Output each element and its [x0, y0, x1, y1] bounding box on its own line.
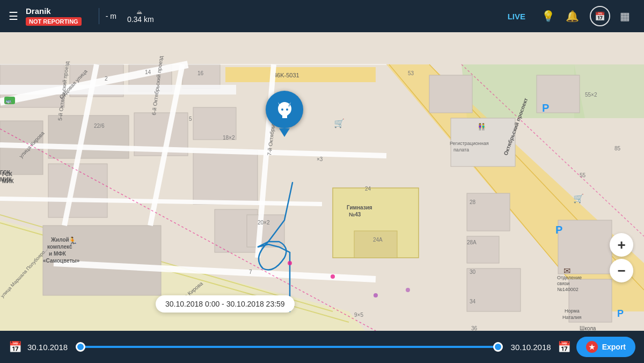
date-left-label: 30.10.2018: [27, 343, 68, 352]
svg-point-105: [406, 288, 410, 292]
svg-rect-30: [467, 268, 521, 311]
svg-text:×3: ×3: [317, 156, 323, 162]
svg-text:и МФК: и МФК: [49, 251, 67, 257]
zoom-out-button[interactable]: −: [610, 259, 633, 282]
svg-text:№43: №43: [349, 212, 361, 217]
svg-text:P: P: [555, 224, 562, 236]
svg-rect-16: [48, 115, 129, 158]
zoom-controls: + −: [610, 233, 633, 282]
svg-text:Жилой: Жилой: [50, 237, 69, 243]
zoom-in-button[interactable]: +: [610, 233, 633, 257]
date-range-text: 30.10.2018 0:00 - 30.10.2018 23:59: [165, 300, 285, 308]
svg-text:85: 85: [614, 146, 621, 151]
distance-value: 0.34 km: [127, 15, 154, 24]
header-sep1: [99, 8, 99, 24]
grid-icon[interactable]: ▦: [620, 10, 630, 23]
svg-text:Школа: Школа: [580, 325, 596, 331]
cat-marker[interactable]: [266, 91, 303, 137]
svg-text:36: 36: [471, 325, 478, 331]
svg-text:🚌: 🚌: [5, 98, 12, 104]
calendar-left-icon[interactable]: 📅: [9, 340, 22, 353]
not-reporting-badge: NOT REPORTING: [26, 17, 82, 26]
svg-text:ГСК: ГСК: [2, 171, 13, 177]
svg-rect-6: [225, 67, 376, 82]
svg-text:2: 2: [105, 76, 108, 82]
svg-text:МИК: МИК: [2, 178, 14, 184]
export-button[interactable]: ★ Export: [576, 337, 635, 357]
svg-text:Норма: Норма: [565, 308, 580, 314]
svg-text:28: 28: [470, 199, 476, 205]
svg-text:55×2: 55×2: [585, 92, 597, 98]
svg-text:комплекс: комплекс: [47, 244, 72, 250]
svg-text:Отделение: Отделение: [557, 275, 582, 280]
date-right-label: 30.10.2018: [511, 343, 551, 352]
calendar-right-icon[interactable]: 📅: [558, 340, 571, 353]
timeline-handle-right[interactable]: [493, 342, 503, 352]
svg-text:30: 30: [470, 269, 476, 275]
mountain-icon: ⛰: [136, 9, 142, 15]
header: ☰ Dranik NOT REPORTING - m ⛰ 0.34 km LIV…: [0, 0, 644, 32]
svg-text:Наталия: Наталия: [562, 315, 582, 320]
cat-pin: [279, 128, 290, 137]
map[interactable]: 46K-5031: [0, 32, 644, 331]
svg-text:Гимназия: Гимназия: [347, 205, 372, 210]
svg-text:55: 55: [580, 172, 586, 178]
svg-text:✉: ✉: [564, 266, 570, 275]
svg-text:👫: 👫: [478, 122, 486, 130]
svg-point-103: [331, 274, 335, 279]
svg-text:24A: 24A: [373, 237, 383, 243]
svg-point-104: [374, 293, 378, 297]
timeline[interactable]: [80, 346, 498, 348]
svg-text:18×2: 18×2: [223, 135, 235, 141]
svg-rect-26: [429, 75, 472, 113]
svg-text:9×5: 9×5: [354, 312, 363, 318]
svg-point-107: [286, 108, 288, 111]
svg-text:14: 14: [145, 69, 151, 75]
svg-text:20×2: 20×2: [258, 220, 270, 226]
svg-text:🛒: 🛒: [334, 118, 345, 128]
svg-text:P: P: [617, 308, 624, 319]
bell-icon[interactable]: 🔔: [566, 10, 579, 23]
cat-avatar: [266, 91, 303, 128]
svg-point-102: [288, 261, 292, 265]
svg-point-106: [281, 108, 283, 111]
svg-text:46K-5031: 46K-5031: [274, 72, 299, 78]
svg-text:28A: 28A: [467, 239, 477, 245]
svg-text:P: P: [542, 102, 549, 114]
svg-text:34: 34: [470, 299, 476, 304]
svg-text:🛒: 🛒: [573, 193, 584, 204]
svg-rect-25: [354, 231, 397, 258]
stat-altitude: - m: [106, 12, 116, 20]
live-label: LIVE: [508, 12, 525, 21]
svg-text:5: 5: [189, 116, 192, 122]
svg-text:22/6: 22/6: [94, 123, 105, 129]
timeline-fill: [80, 346, 498, 348]
svg-rect-2: [574, 64, 644, 118]
date-tooltip: 30.10.2018 0:00 - 30.10.2018 23:59: [156, 295, 295, 313]
svg-text:палата: палата: [453, 147, 469, 153]
device-info: Dranik NOT REPORTING: [26, 6, 82, 26]
svg-text:16: 16: [197, 70, 204, 76]
export-star-icon: ★: [586, 341, 598, 353]
svg-text:№140002: №140002: [557, 287, 579, 292]
export-label: Export: [602, 343, 626, 351]
svg-text:7: 7: [249, 269, 252, 275]
timeline-handle-left[interactable]: [76, 342, 85, 352]
svg-text:связи: связи: [557, 281, 569, 286]
stat-distance: ⛰ 0.34 km: [127, 9, 154, 24]
svg-rect-32: [558, 220, 612, 274]
light-icon[interactable]: 💡: [541, 10, 555, 23]
device-name: Dranik: [26, 6, 82, 16]
menu-icon[interactable]: ☰: [9, 10, 18, 23]
altitude-value: - m: [106, 12, 116, 20]
bottom-bar: 📅 30.10.2018 30.10.2018 📅 ★ Export: [0, 331, 644, 363]
svg-text:«Самоцветы»: «Самоцветы»: [43, 258, 80, 264]
calendar-icon[interactable]: 📅: [590, 6, 610, 26]
timeline-track: [80, 346, 498, 348]
svg-text:Регистрационная: Регистрационная: [450, 141, 489, 146]
svg-rect-21: [193, 150, 258, 204]
svg-text:53: 53: [408, 70, 414, 76]
svg-text:24: 24: [365, 186, 371, 192]
